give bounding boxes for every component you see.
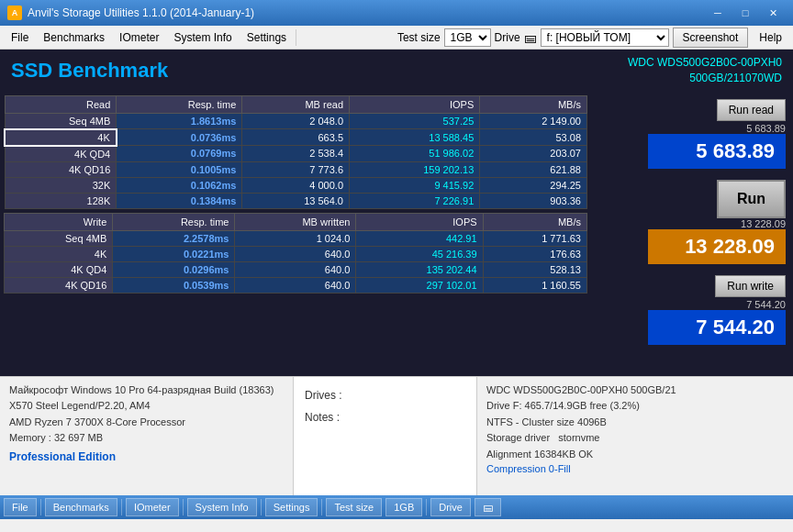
menu-iometer[interactable]: IOmeter — [112, 26, 166, 49]
menu-help[interactable]: Help — [752, 28, 789, 47]
write-score-value: 7 544.20 — [648, 310, 786, 345]
cell-mbs: 2 149.00 — [480, 113, 587, 129]
menu-system-info[interactable]: System Info — [166, 26, 239, 49]
cell-label: 128K — [5, 193, 117, 208]
cell-resp: 0.1062ms — [117, 177, 242, 193]
read-score-label: 5 683.89 — [746, 123, 786, 134]
drive-icon: 🖴 — [524, 30, 537, 45]
cell-resp: 0.1005ms — [117, 161, 242, 177]
write-col-iops: IOPS — [356, 213, 483, 230]
cell-label: 4K — [5, 129, 117, 146]
taskbar-sep-5 — [321, 499, 322, 515]
cell-mbs: 53.08 — [480, 129, 587, 146]
cell-mbs: 1 771.63 — [483, 230, 586, 246]
overall-score-block: Run 13 228.09 13 228.09 — [598, 180, 786, 264]
taskbar-sep-6 — [426, 499, 427, 515]
close-button[interactable]: ✕ — [760, 4, 786, 22]
cell-resp: 0.0539ms — [113, 277, 235, 293]
cell-label: Seq 4MB — [5, 230, 113, 246]
taskbar-system-info[interactable]: System Info — [187, 498, 257, 516]
cell-mb: 7 773.6 — [242, 161, 350, 177]
maximize-button[interactable]: □ — [732, 4, 758, 22]
run-button[interactable]: Run — [717, 180, 786, 218]
cell-resp: 0.1384ms — [117, 193, 242, 208]
cell-mbs: 294.25 — [480, 177, 587, 193]
cell-mb: 640.0 — [235, 277, 356, 293]
taskbar: File Benchmarks IOmeter System Info Sett… — [0, 495, 793, 519]
cell-iops: 45 216.39 — [356, 246, 483, 261]
read-col-mb: MB read — [242, 95, 350, 113]
cell-resp: 0.0769ms — [117, 146, 242, 162]
write-table: Write Resp. time MB written IOPS MB/s Se… — [4, 213, 587, 294]
cell-iops: 159 202.13 — [350, 161, 480, 177]
cell-mb: 640.0 — [235, 261, 356, 277]
status-left: Майкрософт Windows 10 Pro 64-разрядная B… — [0, 377, 294, 495]
taskbar-size-value[interactable]: 1GB — [385, 498, 422, 516]
notes-label: Notes : — [305, 406, 465, 428]
drive-select[interactable]: f: [НОВЫЙ ТОМ] — [541, 28, 669, 47]
cell-label: 32K — [5, 177, 117, 193]
taskbar-drive[interactable]: Drive — [430, 498, 471, 516]
system-info-line2: X570 Steel Legend/P2.20, AM4 — [9, 398, 284, 415]
cell-iops: 51 986.02 — [350, 146, 480, 162]
menu-benchmarks[interactable]: Benchmarks — [36, 26, 112, 49]
menu-settings[interactable]: Settings — [240, 26, 294, 49]
cell-iops: 537.25 — [350, 113, 480, 129]
cell-mb: 1 024.0 — [235, 230, 356, 246]
taskbar-file[interactable]: File — [4, 498, 37, 516]
app-icon: A — [7, 6, 22, 20]
cell-mb: 640.0 — [235, 246, 356, 261]
table-row: 4K QD16 0.1005ms 7 773.6 159 202.13 621.… — [5, 161, 587, 177]
drive-info-line1: WDC WDS500G2B0C-00PXH0 — [628, 55, 782, 71]
cell-mb: 663.5 — [242, 129, 350, 146]
screenshot-button[interactable]: Screenshot — [673, 28, 749, 48]
cell-mb: 2 538.4 — [242, 146, 350, 162]
benchmark-header: SSD Benchmark WDC WDS500G2B0C-00PXH0 500… — [0, 50, 793, 92]
menu-bar-right: Test size 1GB Drive 🖴 f: [НОВЫЙ ТОМ] Scr… — [397, 28, 789, 48]
drive-label: Drive — [495, 31, 520, 44]
overall-score-value: 13 228.09 — [648, 229, 786, 264]
taskbar-sep-4 — [261, 499, 262, 515]
taskbar-sep-2 — [121, 499, 122, 515]
table-row: Seq 4MB 1.8613ms 2 048.0 537.25 2 149.00 — [5, 113, 587, 129]
taskbar-drive-icon[interactable]: 🖴 — [475, 498, 501, 516]
cell-mbs: 203.07 — [480, 146, 587, 162]
write-col-mb: MB written — [235, 213, 356, 230]
read-score-value: 5 683.89 — [648, 134, 786, 169]
run-write-button[interactable]: Run write — [715, 275, 786, 297]
drive-info: WDC WDS500G2B0C-00PXH0 500GB/211070WD — [628, 55, 782, 86]
main-content: Read Resp. time MB read IOPS MB/s Seq 4M… — [0, 92, 793, 376]
test-size-select[interactable]: 1GB — [444, 28, 491, 47]
read-col-resp: Resp. time — [117, 95, 242, 113]
read-score-block: Run read 5 683.89 5 683.89 — [598, 99, 786, 169]
read-table: Read Resp. time MB read IOPS MB/s Seq 4M… — [4, 95, 587, 209]
right-panel: Run read 5 683.89 5 683.89 Run 13 228.09… — [591, 92, 793, 376]
system-info-line3: AMD Ryzen 7 3700X 8-Core Processor — [9, 415, 284, 431]
menu-file[interactable]: File — [4, 26, 36, 49]
taskbar-settings[interactable]: Settings — [265, 498, 318, 516]
taskbar-iometer[interactable]: IOmeter — [126, 498, 179, 516]
cell-mbs: 176.63 — [483, 246, 586, 261]
cell-mbs: 528.13 — [483, 261, 586, 277]
cell-iops: 9 415.92 — [350, 177, 480, 193]
benchmark-title: SSD Benchmark — [11, 59, 168, 83]
overall-score-label: 13 228.09 — [741, 218, 786, 229]
cell-mbs: 621.88 — [480, 161, 587, 177]
title-bar-controls: ─ □ ✕ — [705, 4, 786, 22]
taskbar-sep-1 — [40, 499, 41, 515]
minimize-button[interactable]: ─ — [705, 4, 731, 22]
compression-info: Compression 0-Fill — [486, 463, 784, 474]
menu-sep-1 — [296, 29, 296, 46]
taskbar-test-size[interactable]: Test size — [326, 498, 382, 516]
write-score-block: Run write 7 544.20 7 544.20 — [598, 275, 786, 345]
cell-iops: 442.91 — [356, 230, 483, 246]
read-col-label: Read — [5, 95, 117, 113]
window-title: Anvil's Storage Utilities 1.1.0 (2014-Ja… — [28, 6, 254, 19]
table-row: 4K 0.0221ms 640.0 45 216.39 176.63 — [5, 246, 587, 261]
test-size-label: Test size — [397, 31, 441, 44]
bench-table: Read Resp. time MB read IOPS MB/s Seq 4M… — [0, 92, 591, 376]
run-read-button[interactable]: Run read — [717, 99, 786, 121]
taskbar-benchmarks[interactable]: Benchmarks — [45, 498, 117, 516]
drives-label: Drives : — [305, 384, 465, 406]
cell-resp: 0.0736ms — [117, 129, 242, 146]
